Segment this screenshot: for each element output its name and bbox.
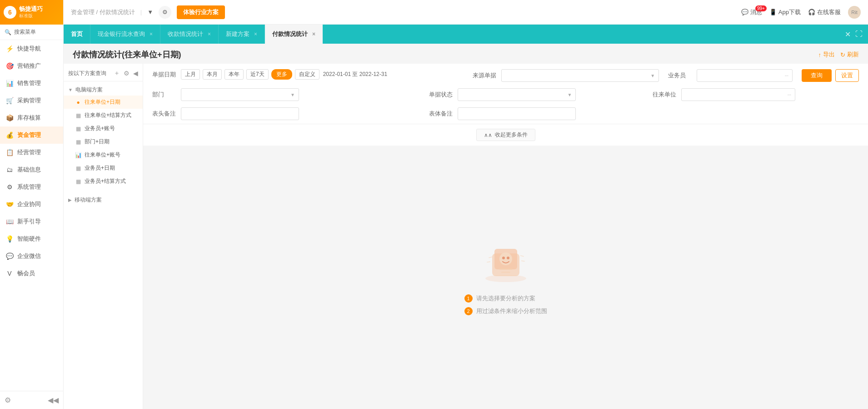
panel-item-unit-date-label: 往来单位+日期 [85, 98, 120, 106]
doc-status-select[interactable]: ▼ [458, 88, 576, 101]
page-header: 付款情况统计(往来单位+日期) ↑ 导出 ↻ 刷新 [64, 44, 868, 64]
tab-bank-flow-close[interactable]: × [150, 31, 153, 37]
sidebar-item-system[interactable]: ⚙ 系统管理 [0, 178, 63, 196]
date-btn-last-month[interactable]: 上月 [181, 69, 200, 80]
export-label: 导出 [823, 50, 835, 59]
avatar-text: Rit [851, 10, 857, 15]
sidebar-item-hardware[interactable]: 💡 智能硬件 [0, 230, 63, 247]
tab-close-all-icon[interactable]: ✕ [845, 30, 851, 39]
tab-home[interactable]: 首页 [64, 25, 90, 44]
date-btn-more[interactable]: 更多 [271, 69, 292, 80]
collapse-button[interactable]: ∧∧ 收起更多条件 [476, 129, 535, 141]
sidebar-item-member[interactable]: V 畅会员 [0, 265, 63, 282]
topbar-gear-icon: ⚙ [162, 9, 168, 15]
panel-item-staff-settle[interactable]: ▦ 业务员+结算方式 [64, 175, 143, 188]
panel-item-unit-settle[interactable]: ▦ 往来单位+结算方式 [64, 109, 143, 122]
settings-button[interactable]: 设置 [835, 69, 859, 82]
desktop-section-header[interactable]: ▼ 电脑端方案 [64, 84, 143, 96]
sales-icon: 📊 [5, 79, 14, 87]
footer-settings-icon[interactable]: ⚙ [5, 396, 11, 404]
panel-item-unit-account[interactable]: 📊 往来单位+账号 [64, 148, 143, 162]
logo-icon: 6 [4, 6, 16, 19]
sidebar-item-enterprise[interactable]: 🤝 企业协同 [0, 196, 63, 213]
date-label: 单据日期 [152, 71, 177, 79]
sidebar-item-sales[interactable]: 📊 销售管理 [0, 75, 63, 92]
tab-new-scheme-close[interactable]: × [254, 31, 257, 37]
body-note-label: 表体备注 [429, 110, 454, 118]
hint-2-num: 2 [464, 307, 473, 315]
app-download-button[interactable]: 📱 App下载 [769, 8, 801, 16]
sidebar-item-purchase[interactable]: 🛒 采购管理 [0, 92, 63, 109]
main-area: 资金管理 / 付款情况统计 | ▼ ⚙ 体验行业方案 💬 消息 99+ 📱 Ap… [64, 0, 868, 409]
online-service-button[interactable]: 🎧 在线客服 [808, 8, 841, 16]
date-btn-custom[interactable]: 自定义 [295, 69, 319, 80]
panel-item-staff-date[interactable]: ▦ 业务员+日期 [64, 162, 143, 175]
notice-button[interactable]: 💬 消息 99+ [741, 8, 762, 16]
panel-collapse-icon[interactable]: ◀ [133, 70, 138, 77]
body-note-input[interactable] [458, 107, 576, 120]
sidebar-footer: ⚙ ◀◀ [0, 391, 63, 409]
sidebar-item-guide[interactable]: 📖 新手引导 [0, 213, 63, 230]
tab-receipt-stat-label: 收款情况统计 [168, 30, 203, 38]
desktop-section-label: 电脑端方案 [75, 86, 103, 94]
panel-item-dept-date[interactable]: ▦ 部门+日期 [64, 135, 143, 148]
panel-item-staff-account[interactable]: ▦ 业务员+账号 [64, 122, 143, 135]
query-button[interactable]: 查询 [802, 69, 832, 82]
tab-new-scheme[interactable]: 新建方案 × [219, 25, 265, 44]
salesperson-select[interactable]: ··· [697, 69, 793, 82]
date-range-display: 2022-01-01 至 2022-12-31 [323, 71, 387, 78]
system-icon: ⚙ [5, 183, 14, 191]
filter-area: 单据日期 上月 本月 本年 近7天 更多 自定义 2022-01-01 至 20… [143, 64, 868, 120]
export-button[interactable]: ↑ 导出 [818, 50, 835, 59]
sidebar-item-marketing[interactable]: 🎯 营销推广 [0, 57, 63, 75]
empty-hint-1: 1 请先选择要分析的方案 [464, 294, 547, 303]
refresh-button[interactable]: ↻ 刷新 [840, 50, 859, 59]
logo-name: 畅捷通巧 [19, 5, 43, 13]
tab-bank-flow[interactable]: 现金银行流水查询 × [90, 25, 160, 44]
sidebar-item-basic[interactable]: 🗂 基础信息 [0, 161, 63, 178]
sidebar-item-operation[interactable]: 📋 经营管理 [0, 144, 63, 161]
topbar-settings-btn[interactable]: ⚙ [159, 6, 171, 19]
app-label: App下载 [778, 8, 801, 16]
refresh-label: 刷新 [847, 50, 859, 59]
tab-payment-stat[interactable]: 付款情况统计 × [265, 25, 323, 44]
filter-actions: 查询 设置 [802, 69, 859, 82]
tab-payment-stat-close[interactable]: × [312, 31, 315, 37]
right-content: 单据日期 上月 本月 本年 近7天 更多 自定义 2022-01-01 至 20… [143, 64, 868, 409]
search-menu[interactable]: 🔍 搜索菜单 [0, 25, 63, 40]
user-avatar[interactable]: Rit [848, 6, 861, 19]
panel-add-icon[interactable]: ＋ [114, 69, 120, 77]
trial-button[interactable]: 体验行业方案 [177, 5, 225, 19]
tab-home-label: 首页 [71, 30, 83, 38]
page-title: 付款情况统计(往来单位+日期) [73, 49, 181, 60]
date-btn-this-month[interactable]: 本月 [203, 69, 222, 80]
panel-item-unit-date[interactable]: ● 往来单位+日期 [64, 96, 143, 109]
search-label: 搜索菜单 [14, 28, 36, 36]
sidebar-item-label: 经营管理 [17, 148, 41, 157]
topbar-dropdown[interactable]: ▼ [147, 9, 153, 15]
date-btn-this-year[interactable]: 本年 [224, 69, 244, 80]
panel-item-unit-settle-icon: ▦ [75, 112, 82, 119]
source-select[interactable]: ▼ [501, 69, 659, 82]
sidebar: 6 畅捷通巧 标准版 🔍 搜索菜单 ⚡ 快捷导航 🎯 营销推广 📊 销售管理 🛒… [0, 0, 64, 409]
sidebar-item-finance[interactable]: 💰 资金管理 [0, 126, 63, 144]
sidebar-item-quick-nav[interactable]: ⚡ 快捷导航 [0, 40, 63, 57]
counterpart-select[interactable]: ··· [681, 88, 795, 101]
topbar: 资金管理 / 付款情况统计 | ▼ ⚙ 体验行业方案 💬 消息 99+ 📱 Ap… [64, 0, 868, 25]
wechat-icon: 💬 [5, 252, 14, 260]
mobile-section-header[interactable]: ▶ 移动端方案 [64, 193, 143, 207]
date-btn-last-7days[interactable]: 近7天 [246, 69, 269, 80]
header-note-input[interactable] [181, 107, 299, 120]
sidebar-item-label: 新手引导 [17, 217, 41, 226]
sidebar-item-stock[interactable]: 📦 库存核算 [0, 109, 63, 126]
quick-nav-icon: ⚡ [5, 45, 14, 53]
dept-select[interactable]: ▼ [181, 88, 299, 101]
tab-expand-icon[interactable]: ⛶ [855, 30, 863, 38]
operation-icon: 📋 [5, 148, 14, 157]
footer-collapse-icon[interactable]: ◀◀ [48, 396, 59, 404]
counterpart-label: 往来单位 [653, 91, 678, 99]
tab-receipt-stat[interactable]: 收款情况统计 × [160, 25, 219, 44]
sidebar-item-wechat[interactable]: 💬 企业微信 [0, 247, 63, 265]
tab-receipt-stat-close[interactable]: × [208, 31, 211, 37]
panel-settings-icon[interactable]: ⚙ [124, 70, 130, 77]
